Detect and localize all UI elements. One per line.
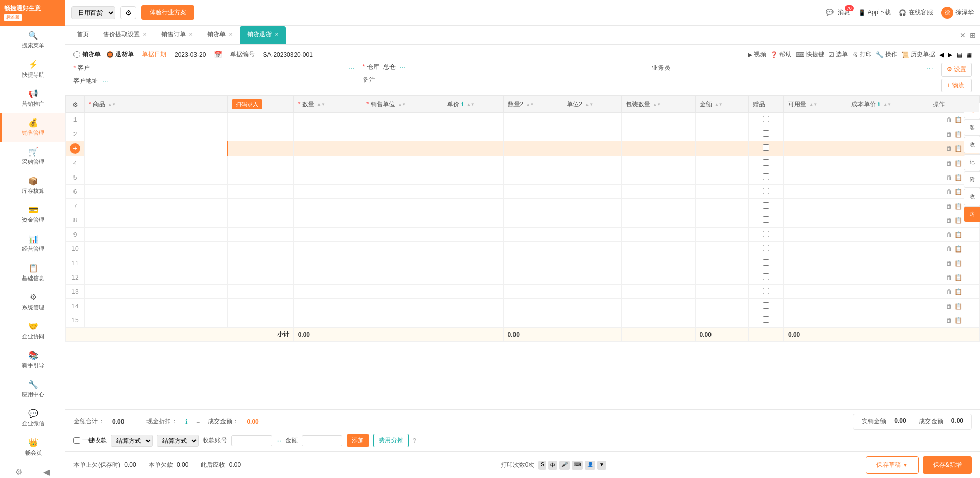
qty2-cell-new[interactable] <box>503 141 562 156</box>
collapse-icon[interactable]: ◀ <box>43 467 50 477</box>
copy-icon[interactable]: 📋 <box>954 317 962 324</box>
unit-cell[interactable] <box>362 127 443 141</box>
customer-dots-button[interactable]: ··· <box>349 64 355 72</box>
delete-icon[interactable]: 🗑 <box>946 160 952 167</box>
customer-addr-dots-button[interactable]: ··· <box>102 77 108 85</box>
sidebar-item-quick-nav[interactable]: ⚡ 快捷导航 <box>0 55 65 84</box>
copy-icon[interactable]: 📋 <box>954 260 962 267</box>
pkg-qty-cell-new[interactable] <box>621 141 695 156</box>
delete-icon[interactable]: 🗑 <box>946 260 952 267</box>
sidebar-item-newbie[interactable]: 📚 新手引导 <box>0 345 65 374</box>
shortcut-button[interactable]: ⌨快捷键 <box>796 50 824 59</box>
delete-icon[interactable]: 🗑 <box>946 231 952 238</box>
qty-cell-new[interactable] <box>293 141 362 156</box>
product-cell[interactable] <box>85 127 228 141</box>
delete-icon[interactable]: 🗑 <box>946 188 952 195</box>
amount-sort-icon[interactable]: ▲▼ <box>715 102 723 107</box>
copy-icon[interactable]: 📋 <box>954 288 962 295</box>
close-icon[interactable]: ✕ <box>143 32 147 37</box>
nav-next-icon[interactable]: ▶ <box>948 51 952 58</box>
nav-prev-icon[interactable]: ◀ <box>939 51 944 58</box>
chevron-down-icon[interactable]: ▼ <box>903 462 908 468</box>
ime-icon-3[interactable]: 🎤 <box>559 461 570 470</box>
tab-sales-return[interactable]: 销货退货 ✕ <box>240 26 286 44</box>
delete-icon[interactable]: 🗑 <box>946 131 952 138</box>
delete-icon[interactable]: 🗑 <box>946 274 952 281</box>
delete-icon[interactable]: 🗑 <box>946 245 952 253</box>
available-sort-icon[interactable]: ▲▼ <box>809 102 817 107</box>
price-cell-new[interactable] <box>443 141 503 156</box>
copy-icon[interactable]: 📋 <box>954 160 962 167</box>
product-cell-new[interactable] <box>85 141 228 156</box>
copy-icon[interactable]: 📋 <box>954 188 962 195</box>
add-payment-button[interactable]: 添加 <box>347 434 369 447</box>
close-icon[interactable]: ✕ <box>229 32 233 37</box>
price-sort-icon[interactable]: ▲▼ <box>467 102 475 107</box>
ime-icon-1[interactable]: S <box>538 461 546 470</box>
copy-icon[interactable]: 📋 <box>954 303 962 310</box>
gift-cell-new[interactable] <box>749 141 784 156</box>
unit-cell[interactable] <box>362 113 443 127</box>
close-all-tabs-icon[interactable]: ✕ <box>960 31 966 39</box>
amount-input[interactable] <box>302 435 342 446</box>
sidebar-item-wechat[interactable]: 💬 企业微信 <box>0 404 65 433</box>
ime-icon-6[interactable]: ▼ <box>597 461 606 470</box>
amount-cell[interactable] <box>695 113 748 127</box>
copy-icon[interactable]: 📋 <box>954 217 962 224</box>
delete-icon[interactable]: 🗑 <box>946 317 952 324</box>
app-download-button[interactable]: 📱 App下载 <box>858 8 891 17</box>
ime-icon-4[interactable]: ⌨ <box>572 461 583 470</box>
copy-icon[interactable]: 📋 <box>954 231 962 238</box>
warehouse-dots-button[interactable]: ··· <box>400 63 406 71</box>
trial-button[interactable]: 体验行业方案 <box>141 5 194 20</box>
gift-cell[interactable] <box>749 127 784 141</box>
sidebar-item-inventory[interactable]: 📦 库存核算 <box>0 171 65 200</box>
right-btn-4[interactable]: 记 <box>964 154 980 170</box>
sidebar-item-basic-info[interactable]: 📋 基础信息 <box>0 258 65 287</box>
copy-icon[interactable]: 📋 <box>954 131 962 138</box>
settings-icon[interactable]: ⚙ <box>15 467 22 477</box>
pkg-qty-cell[interactable] <box>621 113 695 127</box>
list-view-icon[interactable]: ▤ <box>957 51 962 58</box>
salesperson-input[interactable] <box>674 63 923 73</box>
unit2-sort-icon[interactable]: ▲▼ <box>585 102 593 107</box>
calendar-icon[interactable]: 📅 <box>214 51 222 58</box>
right-btn-6[interactable]: 收 <box>964 189 980 205</box>
remark-input[interactable] <box>379 74 644 85</box>
settle-method-select[interactable]: 结算方式 <box>111 435 153 447</box>
price-cell[interactable] <box>443 113 503 127</box>
copy-icon[interactable]: 📋 <box>954 245 962 253</box>
user-profile-button[interactable]: 徐 徐泽华 <box>941 7 974 19</box>
right-btn-2[interactable]: 客 <box>964 119 980 136</box>
right-btn-7[interactable]: 房 <box>964 206 980 222</box>
sidebar-item-enterprise[interactable]: 🤝 企业协同 <box>0 316 65 345</box>
tab-sales-delivery[interactable]: 销货单 ✕ <box>200 26 240 44</box>
copy-icon[interactable]: 📋 <box>954 145 962 152</box>
close-icon[interactable]: ✕ <box>189 32 193 37</box>
unit2-cell[interactable] <box>562 127 622 141</box>
product-sort-icon[interactable]: ▲▼ <box>108 102 116 107</box>
sidebar-item-finance[interactable]: 💳 资金管理 <box>0 200 65 229</box>
cost-sort-icon[interactable]: ▲▼ <box>883 102 891 107</box>
sidebar-item-vip[interactable]: 👑 畅会员 <box>0 433 65 462</box>
logistics-button[interactable]: + 物流 <box>941 79 972 92</box>
grid-view-icon[interactable]: ▦ <box>966 51 972 58</box>
industry-dropdown[interactable]: 日用百货 <box>71 6 115 19</box>
online-service-button[interactable]: 🎧 在线客服 <box>899 8 933 17</box>
gear-icon[interactable]: ⚙ <box>72 101 78 108</box>
delete-icon[interactable]: 🗑 <box>946 217 952 224</box>
account-dots-button[interactable]: ··· <box>276 437 281 444</box>
delete-icon[interactable]: 🗑 <box>946 288 952 295</box>
settings-button[interactable]: ⚙ 设置 <box>941 63 972 77</box>
radio-sales[interactable]: 销货单 <box>74 50 101 59</box>
delete-icon[interactable]: 🗑 <box>946 174 952 181</box>
qty2-cell[interactable] <box>503 113 562 127</box>
salesperson-dots-button[interactable]: ··· <box>927 64 933 72</box>
unit-cell-new[interactable] <box>362 141 443 156</box>
copy-icon[interactable]: 📋 <box>954 174 962 181</box>
select-button[interactable]: ☑选单 <box>828 50 848 59</box>
ime-icon-5[interactable]: 👤 <box>585 461 595 470</box>
amount-cell[interactable] <box>695 127 748 141</box>
gear-button[interactable]: ⚙ <box>120 6 136 19</box>
delete-icon[interactable]: 🗑 <box>946 303 952 310</box>
